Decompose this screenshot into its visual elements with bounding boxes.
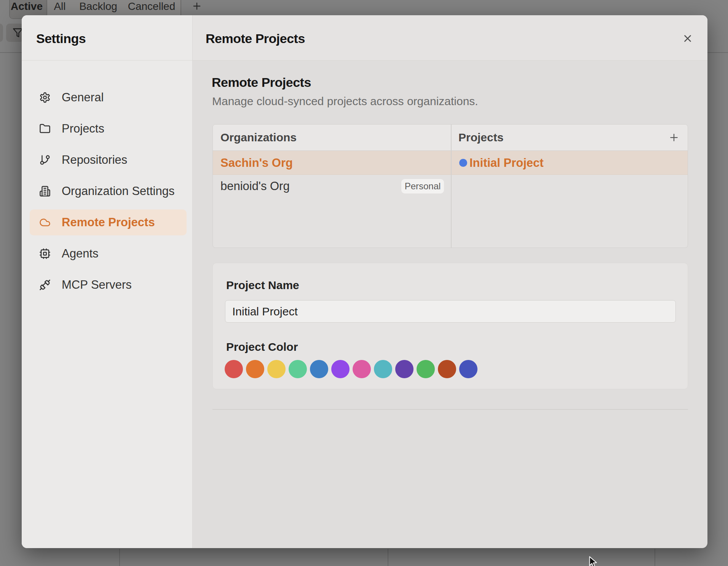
column-header-organizations: Organizations (220, 125, 297, 150)
sidebar-item-organization-settings[interactable]: Organization Settings (30, 178, 187, 204)
content-divider (212, 409, 688, 410)
table-row[interactable]: benioid's Org (213, 175, 688, 198)
project-color-dot (459, 159, 467, 167)
color-swatch-violet[interactable] (331, 360, 350, 378)
background-column-divider (388, 549, 388, 566)
tab-all[interactable]: All (54, 1, 65, 12)
tab-active[interactable]: Active (11, 1, 43, 12)
sidebar-item-projects[interactable]: Projects (30, 116, 187, 142)
filter-button[interactable] (6, 24, 24, 42)
personal-badge: Personal (401, 179, 444, 193)
modal-title: Remote Projects (206, 30, 305, 47)
section-heading: Remote Projects (212, 74, 311, 91)
settings-title: Settings (36, 31, 86, 46)
column-header-projects: Projects (458, 125, 503, 150)
sidebar-item-label: General (62, 91, 104, 104)
sidebar-header-divider (22, 60, 193, 61)
project-color-palette (225, 360, 477, 378)
project-details-panel: Project Name Project Color (212, 263, 688, 389)
mouse-cursor (587, 556, 599, 566)
color-swatch-orange[interactable] (246, 360, 264, 378)
git-branch-icon (39, 154, 51, 166)
sidebar-item-label: Remote Projects (62, 216, 155, 229)
cpu-icon (39, 248, 51, 259)
color-swatch-red[interactable] (225, 360, 243, 378)
organization-name: Sachin's Org (220, 156, 293, 170)
color-swatch-green[interactable] (417, 360, 435, 378)
sidebar-item-remote-projects[interactable]: Remote Projects (30, 209, 187, 235)
background-toolbar-button (0, 24, 3, 42)
organization-name: benioid's Org (220, 179, 290, 193)
table-row-selected[interactable]: Sachin's Org Initial Project (213, 151, 688, 175)
color-swatch-purple[interactable] (395, 360, 413, 378)
project-name-label: Project Name (226, 278, 299, 292)
sidebar-item-repositories[interactable]: Repositories (30, 147, 187, 173)
project-color-label: Project Color (226, 340, 298, 354)
color-swatch-pink[interactable] (353, 360, 371, 378)
table-column-divider (451, 125, 452, 248)
gear-icon (39, 92, 51, 103)
tab-cancelled[interactable]: Cancelled (128, 1, 176, 12)
background-column-divider (119, 549, 120, 566)
color-swatch-blue[interactable] (310, 360, 328, 378)
close-icon (682, 33, 693, 44)
settings-sidebar: Settings General Projects Repositories O (22, 15, 193, 548)
building-icon (39, 185, 51, 197)
folder-icon (39, 123, 51, 134)
sidebar-item-label: Projects (62, 122, 104, 136)
sidebar-item-mcp-servers[interactable]: MCP Servers (30, 272, 187, 298)
plug-icon (39, 279, 51, 291)
color-swatch-indigo[interactable] (459, 360, 477, 378)
color-swatch-rust[interactable] (438, 360, 456, 378)
background-column-divider (655, 549, 655, 566)
sidebar-item-label: Repositories (62, 153, 127, 167)
color-swatch-teal[interactable] (374, 360, 392, 378)
sidebar-item-label: Organization Settings (62, 184, 174, 198)
close-button[interactable] (679, 30, 696, 47)
organizations-projects-table: Organizations Projects Sachin's Org Init… (212, 124, 688, 248)
sidebar-item-agents[interactable]: Agents (30, 241, 187, 267)
add-project-icon[interactable] (668, 132, 680, 143)
color-swatch-yellow[interactable] (267, 360, 286, 378)
table-header-row: Organizations Projects (213, 125, 688, 151)
sidebar-item-label: Agents (62, 247, 99, 261)
tab-backlog[interactable]: Backlog (79, 1, 117, 12)
add-tab-icon[interactable] (192, 1, 202, 11)
color-swatch-mint[interactable] (289, 360, 307, 378)
cloud-icon (39, 217, 51, 228)
settings-modal: Settings General Projects Repositories O (22, 15, 707, 548)
project-name-input[interactable] (225, 300, 676, 323)
modal-header-divider (193, 60, 707, 61)
project-name: Initial Project (469, 156, 544, 170)
modal-header: Remote Projects (193, 15, 707, 60)
section-subheading: Manage cloud-synced projects across orga… (212, 94, 478, 108)
sidebar-item-label: MCP Servers (62, 278, 132, 292)
sidebar-item-general[interactable]: General (30, 85, 187, 110)
